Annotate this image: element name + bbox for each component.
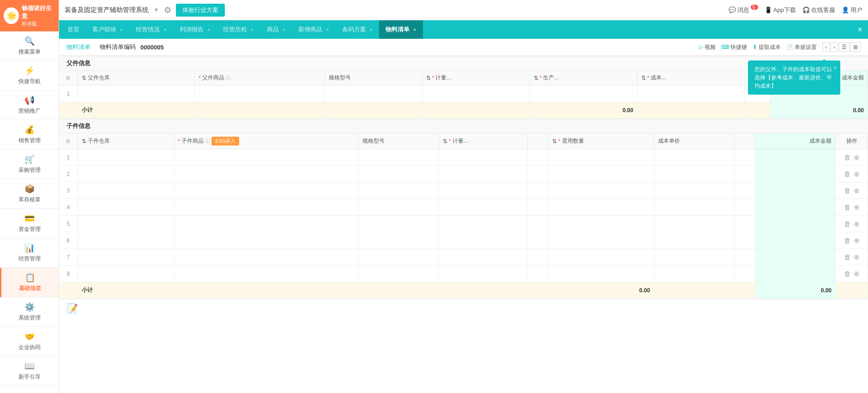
child-unit-2[interactable] xyxy=(439,166,527,182)
child-unit-1[interactable] xyxy=(439,149,527,166)
sidebar-logo[interactable]: 🌟 畅德诸好生意 标准版 xyxy=(0,0,59,31)
close-all-tabs-icon[interactable]: × xyxy=(854,25,866,35)
breadcrumb-1[interactable]: 物料清单 xyxy=(66,43,90,51)
child-qty-4[interactable] xyxy=(548,199,654,216)
child-unit-price-3[interactable] xyxy=(654,182,734,199)
child-warehouse-3[interactable] xyxy=(78,182,174,199)
nav-tab-3[interactable]: 利润报告× xyxy=(173,20,217,39)
child-unit-4[interactable] xyxy=(439,199,527,216)
delete-icon-4[interactable]: 🗑 xyxy=(844,203,851,212)
child-warehouse-7[interactable] xyxy=(78,249,174,266)
child-spec-2[interactable] xyxy=(359,166,439,182)
next-arrow[interactable]: › xyxy=(831,42,838,52)
user-btn[interactable]: 👤 用户 xyxy=(842,6,862,14)
close-tab-6[interactable]: × xyxy=(326,27,329,32)
child-qty-7[interactable] xyxy=(548,249,654,266)
single-setting-btn[interactable]: 📄 单据设置 xyxy=(786,43,817,51)
online-service-btn[interactable]: 🎧 在线客服 xyxy=(802,6,835,14)
nav-tab-5[interactable]: 商品× xyxy=(260,20,292,39)
child-spec-4[interactable] xyxy=(359,199,439,216)
child-qty-1[interactable] xyxy=(548,149,654,166)
nav-tab-8[interactable]: 物料清单× xyxy=(379,20,422,39)
copy-icon-3[interactable]: ⊕ xyxy=(854,187,860,195)
nav-tab-2[interactable]: 经营情况× xyxy=(129,20,173,39)
parent-unit-cell[interactable] xyxy=(422,85,530,102)
trial-btn[interactable]: 体验行业方案 xyxy=(176,4,225,17)
view-video-btn[interactable]: ▷ 视频 xyxy=(699,43,716,51)
child-qty-5[interactable] xyxy=(548,216,654,232)
sidebar-item-10[interactable]: 🤝企业协同 xyxy=(0,327,59,357)
close-tab-5[interactable]: × xyxy=(283,27,285,32)
child-product-2[interactable] xyxy=(174,166,359,182)
child-product-4[interactable] xyxy=(174,199,359,216)
delete-icon-2[interactable]: 🗑 xyxy=(844,170,851,178)
close-tab-2[interactable]: × xyxy=(163,27,166,32)
child-unit-8[interactable] xyxy=(439,266,527,282)
child-unit-3[interactable] xyxy=(439,182,527,199)
parent-warehouse-cell[interactable] xyxy=(78,85,194,102)
child-product-3[interactable] xyxy=(174,182,359,199)
copy-icon-4[interactable]: ⊕ xyxy=(854,203,860,212)
close-tab-8[interactable]: × xyxy=(413,27,416,32)
delete-icon-6[interactable]: 🗑 xyxy=(844,236,851,245)
tooltip-close-btn[interactable]: × xyxy=(833,63,837,73)
sort-icon2[interactable]: ⇅ xyxy=(426,75,431,81)
sidebar-item-8[interactable]: 📋基础信息 xyxy=(0,268,59,297)
extract-cost-btn[interactable]: ⬆ 提取成本 xyxy=(753,43,781,51)
copy-icon-6[interactable]: ⊕ xyxy=(854,236,860,245)
parent-product-cell[interactable] xyxy=(194,85,325,102)
sidebar-item-9[interactable]: ⚙️系统管理 xyxy=(0,297,59,327)
child-product-7[interactable] xyxy=(174,249,359,266)
sort-icon6[interactable]: ⇅ xyxy=(443,138,447,145)
sort-icon7[interactable]: ⇅ xyxy=(552,138,557,145)
sort-icon[interactable]: ⇅ xyxy=(82,75,86,81)
sidebar-item-2[interactable]: 📢营销推广 xyxy=(0,91,59,120)
nav-tab-0[interactable]: 首页 xyxy=(61,20,86,39)
child-warehouse-6[interactable] xyxy=(78,232,174,249)
child-unit-price-5[interactable] xyxy=(654,216,734,232)
nav-tab-1[interactable]: 客户联络× xyxy=(86,20,129,39)
sort-icon4[interactable]: ⇅ xyxy=(641,75,646,81)
close-tab-1[interactable]: × xyxy=(120,27,123,32)
nav-tab-4[interactable]: 经营历程× xyxy=(217,20,260,39)
shortcut-btn[interactable]: ⌨ 快捷键 xyxy=(721,43,747,51)
sidebar-item-0[interactable]: 🔍搜索菜单 xyxy=(0,31,59,61)
sidebar-item-4[interactable]: 🛒采购管理 xyxy=(0,150,59,179)
child-product-5[interactable] xyxy=(174,216,359,232)
sidebar-item-5[interactable]: 📦库存核算 xyxy=(0,179,59,209)
child-qty-2[interactable] xyxy=(548,166,654,182)
copy-icon-7[interactable]: ⊕ xyxy=(854,253,860,261)
child-warehouse-4[interactable] xyxy=(78,199,174,216)
app-download-btn[interactable]: 📱 App下载 xyxy=(765,6,796,14)
parent-spec-cell[interactable] xyxy=(325,85,422,102)
child-warehouse-8[interactable] xyxy=(78,266,174,282)
child-unit-7[interactable] xyxy=(439,249,527,266)
delete-icon-8[interactable]: 🗑 xyxy=(844,270,851,278)
child-warehouse-2[interactable] xyxy=(78,166,174,182)
message-btn[interactable]: 💬 消息 6 xyxy=(729,6,758,14)
close-tab-7[interactable]: × xyxy=(370,27,373,32)
sort-icon5[interactable]: ⇅ xyxy=(82,138,86,145)
child-unit-6[interactable] xyxy=(439,232,527,249)
child-spec-3[interactable] xyxy=(359,182,439,199)
child-qty-3[interactable] xyxy=(548,182,654,199)
sidebar-item-6[interactable]: 💳资金管理 xyxy=(0,209,59,238)
prev-arrow[interactable]: ‹ xyxy=(822,42,830,52)
nav-tab-6[interactable]: 新增商品× xyxy=(292,20,335,39)
topbar-dropdown-icon[interactable]: ▼ xyxy=(153,6,159,13)
delete-icon-1[interactable]: 🗑 xyxy=(844,153,851,162)
child-product-1[interactable] xyxy=(174,149,359,166)
close-tab-3[interactable]: × xyxy=(207,27,210,32)
child-spec-8[interactable] xyxy=(359,266,439,282)
parent-cost-cell[interactable] xyxy=(637,85,745,102)
add-note-icon[interactable]: 📝 xyxy=(66,303,78,314)
list-view-btn[interactable]: ☰ xyxy=(839,42,850,52)
child-warehouse-5[interactable] xyxy=(78,216,174,232)
child-unit-price-2[interactable] xyxy=(654,166,734,182)
child-spec-5[interactable] xyxy=(359,216,439,232)
child-qty-6[interactable] xyxy=(548,232,654,249)
child-unit-price-7[interactable] xyxy=(654,249,734,266)
sidebar-item-1[interactable]: ⚡快捷导航 xyxy=(0,61,59,91)
sidebar-item-7[interactable]: 📊经营管理 xyxy=(0,238,59,268)
child-spec-7[interactable] xyxy=(359,249,439,266)
